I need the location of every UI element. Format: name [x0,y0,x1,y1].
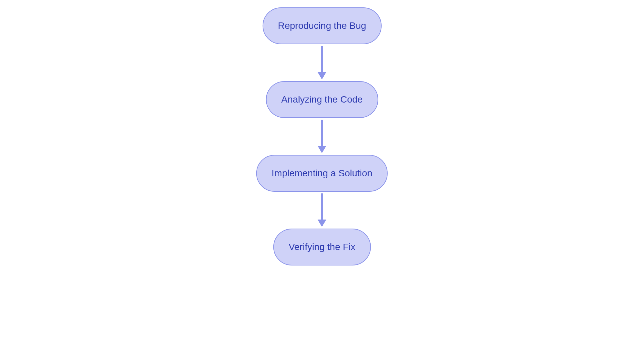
arrow-down-icon [318,118,326,155]
node-label: Verifying the Fix [288,242,355,252]
node-label: Reproducing the Bug [278,20,366,31]
flowchart-node-verifying: Verifying the Fix [273,229,371,265]
flowchart-node-reproducing: Reproducing the Bug [262,7,381,44]
flowchart: Reproducing the Bug Analyzing the Code I… [256,0,388,265]
flowchart-node-analyzing: Analyzing the Code [266,81,378,118]
node-label: Analyzing the Code [281,94,363,105]
node-label: Implementing a Solution [272,168,372,179]
flowchart-node-implementing: Implementing a Solution [256,155,388,192]
arrow-down-icon [318,192,326,229]
arrow-down-icon [318,44,326,81]
